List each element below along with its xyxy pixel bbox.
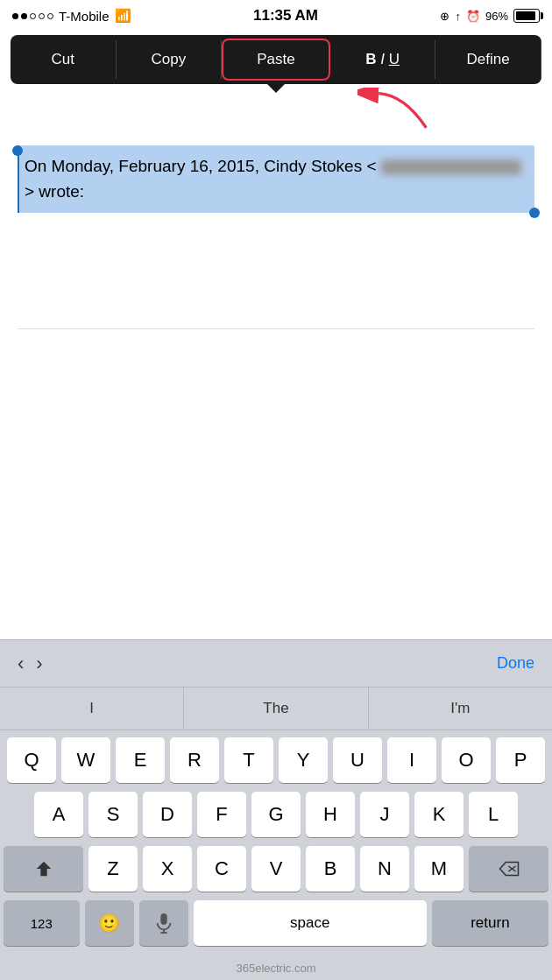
mic-key[interactable]: [139, 900, 188, 946]
key-v[interactable]: V: [251, 846, 301, 892]
key-z[interactable]: Z: [88, 846, 138, 892]
keyboard-toolbar: ‹ › Done: [0, 639, 552, 687]
key-n[interactable]: N: [360, 846, 409, 892]
space-key[interactable]: space: [194, 900, 427, 946]
i-label: I: [380, 51, 385, 67]
battery-percent: 96%: [485, 10, 508, 23]
signal-dots: [12, 13, 53, 19]
predict-item-2[interactable]: The: [184, 687, 368, 730]
key-k[interactable]: K: [414, 792, 464, 837]
key-x[interactable]: X: [143, 846, 192, 892]
next-button[interactable]: ›: [36, 652, 42, 675]
location-icon: ⊕: [440, 10, 449, 23]
key-q[interactable]: Q: [7, 737, 56, 783]
key-row-2: A S D F G H J K L: [4, 792, 548, 837]
red-arrow-icon: [357, 88, 436, 131]
predict-item-3[interactable]: I'm: [369, 687, 552, 730]
status-bar: T-Mobile 📶 11:35 AM ⊕ ↑ ⏰ 96%: [0, 0, 552, 32]
cut-button[interactable]: Cut: [11, 40, 117, 79]
status-left: T-Mobile 📶: [12, 8, 131, 24]
key-row-1: Q W E R T Y U I O P: [4, 737, 548, 783]
key-a[interactable]: A: [34, 792, 83, 837]
b-label: B: [365, 51, 376, 67]
key-d[interactable]: D: [143, 792, 192, 837]
watermark: 365electric.com: [0, 958, 552, 980]
done-button[interactable]: Done: [497, 654, 534, 673]
selected-text: On Monday, February 16, 2015, Cindy Stok…: [25, 157, 377, 175]
arrow-icon: ↑: [455, 10, 461, 23]
carrier-label: T-Mobile: [59, 9, 110, 24]
status-right: ⊕ ↑ ⏰ 96%: [440, 9, 540, 23]
key-u[interactable]: U: [333, 737, 382, 783]
backspace-icon: [499, 861, 520, 877]
shift-key[interactable]: [4, 846, 83, 892]
svg-rect-3: [160, 913, 166, 925]
shift-icon: [34, 859, 53, 878]
dot1: [12, 13, 18, 19]
key-m[interactable]: M: [414, 846, 464, 892]
key-t[interactable]: T: [224, 737, 273, 783]
key-w[interactable]: W: [61, 737, 110, 783]
key-y[interactable]: Y: [279, 737, 328, 783]
prev-button[interactable]: ‹: [18, 652, 24, 675]
key-row-3: Z X C V B N M: [4, 846, 548, 892]
key-l[interactable]: L: [469, 792, 518, 837]
dot3: [30, 13, 36, 19]
dot5: [47, 13, 53, 19]
key-j[interactable]: J: [360, 792, 409, 837]
alarm-icon: ⏰: [466, 10, 480, 23]
backspace-key[interactable]: [469, 846, 548, 892]
define-button[interactable]: Define: [435, 40, 541, 79]
selected-text-suffix: > wrote:: [25, 182, 84, 201]
key-p[interactable]: P: [496, 737, 545, 783]
emoji-key[interactable]: 🙂: [85, 900, 134, 946]
selection-handle-right[interactable]: [529, 208, 540, 218]
key-b[interactable]: B: [306, 846, 355, 892]
u-label: U: [389, 51, 400, 67]
return-key[interactable]: return: [432, 900, 548, 946]
battery-icon: [513, 9, 540, 23]
status-time: 11:35 AM: [253, 7, 318, 25]
key-f[interactable]: F: [197, 792, 246, 837]
text-selection: On Monday, February 16, 2015, Cindy Stok…: [18, 145, 534, 213]
nav-buttons: ‹ ›: [18, 652, 43, 675]
context-menu: Cut Copy Paste B I U Define: [11, 35, 541, 84]
dot2: [21, 13, 27, 19]
wifi-icon: 📶: [115, 8, 131, 24]
mic-icon: [156, 913, 172, 934]
key-r[interactable]: R: [170, 737, 219, 783]
predictive-bar: I The I'm: [0, 687, 552, 730]
key-h[interactable]: H: [306, 792, 355, 837]
key-row-bottom: 123 🙂 space return: [4, 900, 548, 946]
predict-item-1[interactable]: I: [0, 687, 184, 730]
keyboard-container: ‹ › Done I The I'm Q W E R T Y U I O P A…: [0, 639, 552, 980]
key-o[interactable]: O: [442, 737, 491, 783]
paste-button[interactable]: Paste: [222, 39, 330, 81]
key-g[interactable]: G: [251, 792, 301, 837]
text-area: On Monday, February 16, 2015, Cindy Stok…: [18, 137, 534, 329]
numbers-key[interactable]: 123: [4, 900, 80, 946]
key-c[interactable]: C: [197, 846, 246, 892]
copy-button[interactable]: Copy: [117, 40, 223, 79]
red-arrow-container: [11, 84, 541, 137]
keyboard: Q W E R T Y U I O P A S D F G H J K L: [0, 730, 552, 958]
key-s[interactable]: S: [88, 792, 138, 837]
blurred-email: [381, 159, 521, 175]
selection-handle-left[interactable]: [12, 145, 23, 156]
key-e[interactable]: E: [116, 737, 165, 783]
dot4: [39, 13, 45, 19]
key-i[interactable]: I: [387, 737, 436, 783]
battery-fill: [516, 11, 535, 20]
biu-button[interactable]: B I U: [330, 40, 436, 79]
